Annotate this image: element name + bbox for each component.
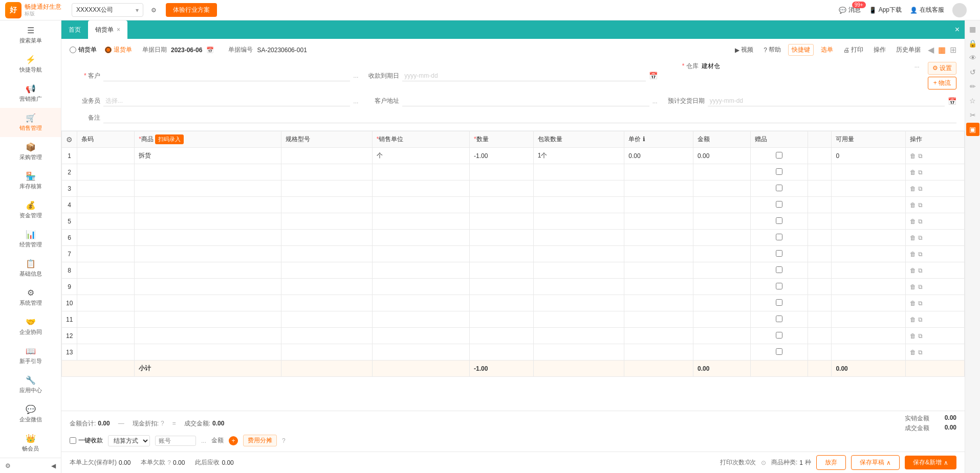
sidebar-item-system[interactable]: ⚙ 系统管理 (0, 283, 61, 312)
sidebar-item-search[interactable]: ☰ 搜索菜单 (0, 20, 61, 50)
rs-table-icon[interactable]: ▦ (966, 22, 979, 36)
one-click-payment-label[interactable]: 一键收款 (70, 436, 103, 445)
calendar-icon[interactable]: 📅 (206, 47, 214, 54)
customer-address-dots[interactable]: ... (652, 98, 658, 105)
operation-button[interactable]: 操作 (870, 44, 889, 55)
warehouse-dots[interactable]: ... (914, 62, 920, 69)
sidebar-item-finance[interactable]: 💰 资金管理 (0, 195, 61, 224)
due-date-input[interactable] (402, 71, 645, 81)
tab-home[interactable]: 首页 (61, 20, 88, 39)
copy-icon-10[interactable]: ⧉ (918, 300, 923, 307)
cell-unit-1[interactable]: 个 (372, 148, 469, 164)
online-service-button[interactable]: 👤 在线客服 (910, 6, 944, 14)
expected-delivery-calendar-icon[interactable]: 📅 (948, 97, 956, 105)
cell-amount-1[interactable]: 0.00 (693, 148, 751, 164)
tab-sales-order[interactable]: 销货单 × (88, 20, 127, 39)
save-new-button[interactable]: 保存&新增 ∧ (905, 456, 956, 469)
radio-return-input[interactable] (105, 47, 112, 53)
sidebar-item-sales[interactable]: 🛒 销售管理 (0, 108, 61, 137)
payment-account-input[interactable] (155, 436, 196, 446)
copy-icon-8[interactable]: ⧉ (918, 267, 923, 274)
delete-icon-12[interactable]: 🗑 (910, 332, 916, 340)
tab-expand-icon[interactable]: × (955, 25, 960, 34)
due-date-calendar-icon[interactable]: 📅 (649, 72, 658, 80)
delete-icon-9[interactable]: 🗑 (910, 283, 916, 290)
rs-edit-icon[interactable]: ✏ (966, 80, 979, 93)
note-input[interactable] (103, 112, 956, 123)
logistics-button[interactable]: + 物流 (928, 77, 956, 89)
rs-lock-icon[interactable]: 🔒 (966, 37, 979, 50)
delete-icon-10[interactable]: 🗑 (910, 300, 916, 307)
table-view-icon[interactable]: ▦ (938, 45, 946, 55)
add-payment-button[interactable]: + (229, 436, 238, 445)
settings-icon[interactable]: ⚙ (146, 3, 161, 17)
settings-button[interactable]: ⚙ 设置 (928, 62, 956, 75)
rs-cut-icon[interactable]: ✂ (966, 108, 979, 122)
cell-pkg-qty-1[interactable]: 1个 (533, 148, 624, 164)
delete-icon-13[interactable]: 🗑 (910, 349, 916, 356)
expense-split-button[interactable]: 费用分摊 (243, 435, 277, 446)
copy-icon-1[interactable]: ⧉ (918, 152, 923, 160)
table-settings-icon[interactable]: ⚙ (66, 136, 73, 144)
gift-checkbox-8[interactable] (776, 266, 782, 273)
copy-icon-11[interactable]: ⧉ (918, 316, 923, 323)
rs-refresh-icon[interactable]: ↺ (966, 65, 979, 79)
copy-icon-12[interactable]: ⧉ (918, 332, 923, 340)
gift-checkbox-3[interactable] (776, 185, 782, 191)
delete-icon-5[interactable]: 🗑 (910, 218, 916, 225)
copy-icon-4[interactable]: ⧉ (918, 201, 923, 209)
discount-help-icon[interactable]: ? (161, 420, 164, 427)
sidebar-collapse-icon[interactable]: ◀ (51, 462, 56, 469)
sidebar-item-collab[interactable]: 🤝 企业协同 (0, 312, 61, 341)
salesperson-dots[interactable]: ... (353, 98, 358, 105)
gift-checkbox-5[interactable] (776, 217, 782, 224)
sidebar-item-guide[interactable]: 📖 新手引导 (0, 341, 61, 370)
sidebar-item-inventory[interactable]: 🏪 库存核算 (0, 166, 61, 195)
expected-delivery-input[interactable] (708, 96, 945, 106)
sidebar-item-management[interactable]: 📊 经营管理 (0, 224, 61, 254)
delete-icon-8[interactable]: 🗑 (910, 267, 916, 274)
delete-icon-1[interactable]: 🗑 (910, 152, 916, 160)
salesperson-input[interactable] (103, 96, 350, 106)
radio-sales-input[interactable] (70, 47, 76, 53)
avatar[interactable] (952, 3, 967, 17)
cell-product-1[interactable]: 拆货 (135, 148, 281, 164)
gift-checkbox-6[interactable] (776, 234, 782, 240)
discard-button[interactable]: 放弃 (816, 455, 846, 470)
gift-checkbox-4[interactable] (776, 201, 782, 208)
copy-icon-9[interactable]: ⧉ (918, 283, 923, 290)
gift-checkbox-1[interactable] (776, 152, 782, 159)
cell-gift-1[interactable] (751, 148, 808, 164)
radio-return-label[interactable]: 退货单 (105, 46, 132, 54)
history-button[interactable]: 历史单据 (893, 44, 924, 55)
one-click-payment-checkbox[interactable] (70, 437, 76, 444)
video-button[interactable]: ▶ 视频 (732, 44, 756, 55)
copy-icon-3[interactable]: ⧉ (918, 185, 923, 192)
grid-view-icon[interactable]: ⊞ (950, 45, 956, 55)
payment-help-icon[interactable]: ? (282, 437, 286, 444)
message-button[interactable]: 💬 消息 99+ (839, 6, 861, 14)
product-type-icon[interactable]: ⊙ (761, 459, 766, 466)
radio-sales-label[interactable]: 销货单 (70, 46, 97, 54)
sidebar-item-basics[interactable]: 📋 基础信息 (0, 254, 61, 283)
customer-dots[interactable]: ... (353, 72, 358, 79)
delete-icon-4[interactable]: 🗑 (910, 201, 916, 209)
delete-icon-7[interactable]: 🗑 (910, 251, 916, 258)
cell-qty-1[interactable]: -1.00 (470, 148, 534, 164)
sidebar-item-marketing[interactable]: 📢 营销推广 (0, 79, 61, 108)
sidebar-item-member[interactable]: 👑 畅会员 (0, 429, 61, 458)
delete-icon-2[interactable]: 🗑 (910, 169, 916, 176)
rs-star-icon[interactable]: ☆ (966, 94, 979, 107)
gift-checkbox-9[interactable] (776, 283, 782, 289)
gift-checkbox-13[interactable] (776, 348, 782, 355)
copy-icon-2[interactable]: ⧉ (918, 169, 923, 176)
delete-icon-3[interactable]: 🗑 (910, 185, 916, 192)
customer-input[interactable] (103, 71, 350, 81)
customer-address-input[interactable] (402, 96, 649, 106)
gift-checkbox-10[interactable] (776, 299, 782, 306)
shortcut-button[interactable]: 快捷键 (788, 44, 814, 56)
delete-icon-6[interactable]: 🗑 (910, 234, 916, 241)
gift-checkbox-12[interactable] (776, 332, 782, 339)
copy-icon-6[interactable]: ⧉ (918, 234, 923, 241)
overdue-help-icon[interactable]: ? (167, 459, 171, 466)
